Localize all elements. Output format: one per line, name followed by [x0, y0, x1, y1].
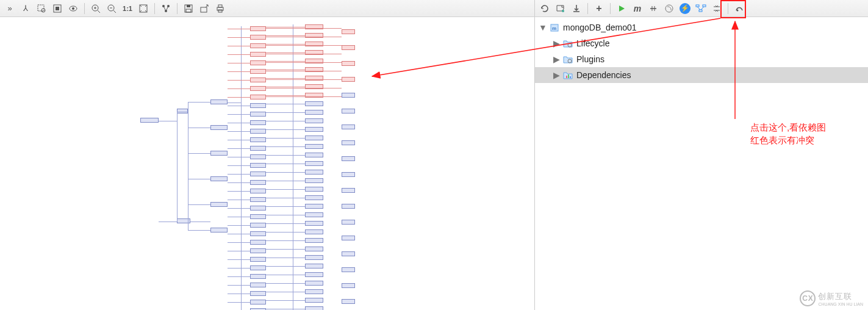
graph-node[interactable] — [210, 99, 228, 104]
graph-node[interactable] — [305, 101, 323, 106]
graph-node[interactable] — [250, 291, 266, 296]
graph-node[interactable] — [250, 248, 266, 253]
execute-goal-icon[interactable]: m — [630, 2, 645, 15]
graph-node[interactable] — [250, 171, 266, 176]
graph-node[interactable] — [250, 26, 266, 31]
graph-node[interactable] — [342, 156, 355, 161]
show-dependencies-icon[interactable] — [694, 2, 708, 15]
reimport-icon[interactable] — [537, 2, 552, 15]
graph-node[interactable] — [250, 206, 266, 211]
graph-node[interactable] — [342, 220, 355, 225]
settings-icon[interactable] — [732, 2, 747, 15]
layout-icon[interactable] — [159, 2, 173, 15]
graph-node[interactable] — [305, 170, 323, 175]
graph-node[interactable] — [342, 77, 355, 82]
graph-node[interactable] — [305, 144, 323, 149]
graph-node[interactable] — [210, 125, 228, 130]
graph-node[interactable] — [305, 238, 323, 243]
lightning-icon[interactable]: ⚡ — [678, 2, 692, 15]
graph-node[interactable] — [250, 265, 266, 270]
graph-node[interactable] — [342, 124, 355, 129]
graph-node[interactable] — [250, 163, 266, 168]
graph-node[interactable] — [250, 35, 266, 40]
collapse-all-icon[interactable] — [709, 2, 724, 15]
graph-node[interactable] — [305, 195, 323, 200]
expand-panel-icon[interactable]: » — [2, 2, 17, 15]
graph-node[interactable] — [342, 172, 355, 177]
graph-node[interactable] — [250, 69, 266, 74]
generate-sources-icon[interactable] — [553, 2, 568, 15]
graph-node[interactable] — [250, 223, 266, 228]
graph-node[interactable] — [250, 146, 266, 151]
graph-node[interactable] — [342, 109, 355, 114]
graph-node[interactable] — [250, 300, 266, 305]
graph-node[interactable] — [305, 255, 323, 260]
graph-node[interactable] — [140, 118, 159, 123]
graph-node[interactable] — [305, 272, 323, 277]
graph-node[interactable] — [305, 221, 323, 226]
graph-node[interactable] — [250, 129, 266, 134]
toggle-offline-icon[interactable] — [646, 2, 661, 15]
graph-node[interactable] — [342, 283, 355, 288]
fit-selection-icon[interactable] — [50, 2, 65, 15]
graph-node[interactable] — [305, 118, 323, 123]
graph-node[interactable] — [250, 52, 266, 57]
graph-node[interactable] — [250, 78, 266, 82]
export-icon[interactable] — [197, 2, 212, 15]
chevron-right-icon[interactable]: ▶ — [552, 38, 561, 48]
graph-node[interactable] — [250, 60, 266, 65]
marquee-zoom-icon[interactable] — [34, 2, 49, 15]
graph-node[interactable] — [305, 178, 323, 183]
graph-node[interactable] — [250, 274, 266, 279]
select-tool-icon[interactable]: ⅄ — [18, 2, 33, 15]
fit-window-icon[interactable] — [136, 2, 151, 15]
save-icon[interactable] — [181, 2, 196, 15]
print-icon[interactable] — [213, 2, 228, 15]
graph-node[interactable] — [250, 103, 266, 108]
graph-node[interactable] — [305, 264, 323, 269]
chevron-right-icon[interactable]: ▶ — [552, 54, 561, 64]
graph-node[interactable] — [250, 137, 266, 142]
graph-node[interactable] — [305, 110, 323, 115]
graph-node[interactable] — [250, 283, 266, 287]
dependency-graph[interactable] — [0, 17, 534, 310]
run-icon[interactable] — [614, 2, 629, 15]
graph-node[interactable] — [250, 86, 266, 91]
graph-node[interactable] — [250, 180, 266, 185]
graph-node[interactable] — [342, 299, 355, 304]
zoom-in-icon[interactable] — [88, 2, 103, 15]
graph-node[interactable] — [305, 247, 323, 251]
graph-node[interactable] — [250, 257, 266, 262]
preview-icon[interactable] — [66, 2, 81, 15]
download-sources-icon[interactable] — [569, 2, 584, 15]
graph-node[interactable] — [305, 229, 323, 234]
graph-node[interactable] — [305, 306, 323, 310]
graph-node[interactable] — [210, 151, 228, 156]
graph-node[interactable] — [305, 153, 323, 157]
graph-node[interactable] — [305, 161, 323, 166]
graph-node[interactable] — [342, 251, 355, 256]
graph-node[interactable] — [342, 236, 355, 240]
graph-node[interactable] — [250, 112, 266, 117]
graph-node[interactable] — [305, 135, 323, 140]
graph-node[interactable] — [250, 240, 266, 245]
graph-node[interactable] — [342, 45, 355, 50]
actual-size-icon[interactable]: 1:1 — [120, 2, 135, 15]
tree-plugins[interactable]: ▶ Plugins — [535, 51, 868, 67]
graph-node[interactable] — [250, 120, 266, 125]
graph-node[interactable] — [250, 231, 266, 236]
graph-node[interactable] — [250, 189, 266, 193]
graph-node[interactable] — [305, 281, 323, 286]
graph-node[interactable] — [250, 154, 266, 159]
graph-node[interactable] — [342, 93, 355, 98]
tree-dependencies[interactable]: ▶ Dependencies — [535, 67, 868, 83]
zoom-out-icon[interactable] — [104, 2, 119, 15]
graph-node[interactable] — [210, 202, 228, 207]
tree-root[interactable]: ▼ m mongoDB_demo01 — [535, 20, 868, 35]
graph-node[interactable] — [305, 298, 323, 303]
chevron-right-icon[interactable]: ▶ — [552, 70, 561, 80]
graph-node[interactable] — [210, 176, 228, 181]
graph-node[interactable] — [250, 214, 266, 219]
graph-node[interactable] — [305, 127, 323, 132]
graph-node[interactable] — [342, 267, 355, 272]
